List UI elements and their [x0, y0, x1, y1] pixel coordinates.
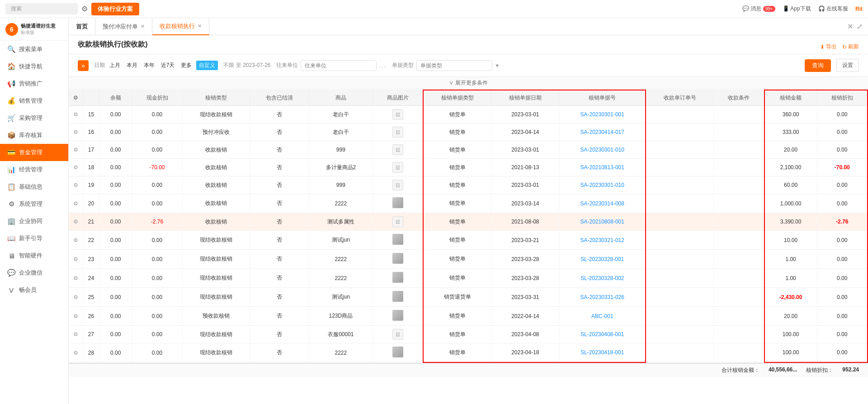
date-custom-button[interactable]: 自定义: [196, 61, 218, 70]
voucher-dropdown-icon[interactable]: ▼: [495, 63, 500, 68]
cell-no: 24: [83, 269, 99, 288]
cell-balance: 0.00: [99, 176, 132, 194]
sidebar-label: 系统管理: [19, 200, 42, 208]
page-title: 收款核销执行(按收款): [78, 40, 148, 49]
cell-write-off-type: 现结收款核销: [182, 250, 250, 269]
sidebar-item-wechat[interactable]: 💬 企业微信: [0, 264, 68, 281]
tab-home-label: 首页: [76, 23, 88, 31]
cell-no: 23: [83, 250, 99, 269]
cell-write-off-amount: 2,100.00: [764, 159, 817, 176]
sidebar-item-marketing[interactable]: 📢 营销推广: [0, 75, 68, 92]
cell-include-settled: 否: [250, 106, 309, 124]
cell-write-off-amount: 1.00: [764, 250, 817, 269]
cell-gear[interactable]: ⚙: [69, 124, 83, 141]
cell-balance: 0.00: [99, 231, 132, 250]
cell-write-off-discount: 0.00: [817, 141, 868, 159]
app-icon: 📱: [783, 5, 789, 12]
cell-gear[interactable]: ⚙: [69, 141, 83, 159]
cell-product: 测试多属性: [309, 213, 373, 231]
date-7days[interactable]: 近7天: [159, 61, 177, 70]
cell-bill-no: SA-20230321-012: [559, 231, 646, 250]
solution-button[interactable]: 体验行业方案: [91, 3, 139, 15]
sidebar-item-hardware[interactable]: 🖥 智能硬件: [0, 247, 68, 264]
cell-balance: 0.00: [99, 269, 132, 288]
sidebar-item-system[interactable]: ⚙ 系统管理: [0, 195, 68, 213]
cell-gear[interactable]: ⚙: [69, 231, 83, 250]
sidebar-item-finance[interactable]: 💳 资金管理: [0, 144, 68, 161]
tab-collection-label: 收款核销执行: [160, 22, 195, 30]
tab-close-all-icon[interactable]: ✕: [847, 22, 853, 31]
tab-collection-close[interactable]: ✕: [198, 23, 202, 29]
expand-more-bar[interactable]: ∨ 展开更多条件: [69, 77, 868, 90]
sidebar-item-sales[interactable]: 💰 销售管理: [0, 92, 68, 109]
page-header: 收款核销执行(按收款) ⬇ 导出 ↻ 刷新: [69, 35, 868, 54]
sidebar-item-member[interactable]: V 畅会员: [0, 281, 68, 299]
cell-gear[interactable]: ⚙: [69, 343, 83, 362]
col-gear[interactable]: ⚙: [69, 90, 83, 106]
business-icon: 📊: [7, 166, 15, 174]
sidebar-item-guide[interactable]: 📖 新手引导: [0, 230, 68, 247]
tab-prepay-close[interactable]: ✕: [141, 24, 145, 29]
cell-write-off-type: 收款核销: [182, 176, 250, 194]
cell-gear[interactable]: ⚙: [69, 213, 83, 231]
cell-receipt-condition: [714, 343, 764, 362]
cell-gear[interactable]: ⚙: [69, 288, 83, 307]
system-icon: ⚙: [7, 200, 15, 208]
cell-bill-no: SL-20230328-002: [559, 269, 646, 288]
filter-toggle-button[interactable]: »: [78, 60, 89, 71]
cell-receipt-order-no: [646, 343, 714, 362]
cell-gear[interactable]: ⚙: [69, 250, 83, 269]
tab-prepay[interactable]: 预付冲应付单 ✕: [95, 18, 152, 35]
cell-gear[interactable]: ⚙: [69, 106, 83, 124]
partner-input[interactable]: [301, 60, 377, 71]
cell-cash-discount: 0.00: [132, 106, 182, 124]
date-this-year[interactable]: 本年: [142, 61, 156, 70]
sidebar-item-corp[interactable]: 🏢 企业协同: [0, 213, 68, 230]
cell-bill-date: 2021-08-13: [491, 159, 559, 176]
tab-collection[interactable]: 收款核销执行 ✕: [152, 18, 209, 35]
cell-write-off-amount: 20.00: [764, 141, 817, 159]
refresh-button[interactable]: ↻ 刷新: [842, 43, 859, 51]
voucher-type-input[interactable]: [416, 60, 492, 71]
date-this-month[interactable]: 本月: [125, 61, 139, 70]
sidebar-label: 搜索菜单: [19, 45, 42, 53]
app-download-link[interactable]: 📱 App下载: [783, 5, 811, 13]
date-more[interactable]: 更多: [179, 61, 193, 70]
cell-balance: 0.00: [99, 213, 132, 231]
tab-home[interactable]: 首页: [69, 18, 95, 35]
cell-gear[interactable]: ⚙: [69, 194, 83, 213]
cell-write-off-discount: 0.00: [817, 106, 868, 124]
sidebar-item-business[interactable]: 📊 经营管理: [0, 161, 68, 178]
sidebar-item-inventory[interactable]: 📦 库存核算: [0, 127, 68, 144]
tab-expand-icon[interactable]: ⤢: [857, 22, 863, 31]
col-balance: 余额: [99, 90, 132, 106]
cell-gear[interactable]: ⚙: [69, 159, 83, 176]
query-button[interactable]: 查询: [805, 59, 831, 72]
tab-prepay-label: 预付冲应付单: [103, 23, 138, 31]
message-link[interactable]: 💬 消息 99+: [742, 5, 775, 13]
cell-gear[interactable]: ⚙: [69, 326, 83, 343]
cell-gear[interactable]: ⚙: [69, 269, 83, 288]
cell-write-off-discount: -2.76: [817, 213, 868, 231]
sidebar-item-quick[interactable]: 🏠 快捷导航: [0, 58, 68, 75]
page-header-actions: ⬇ 导出 ↻ 刷新: [820, 43, 859, 51]
cell-bill-type: 销货单: [423, 326, 491, 343]
cell-gear[interactable]: ⚙: [69, 176, 83, 194]
date-last-month[interactable]: 上月: [108, 61, 122, 70]
cell-no: 26: [83, 307, 99, 326]
service-link[interactable]: 🎧 在线客服: [818, 5, 848, 13]
cell-bill-no: SA-20230301-010: [559, 176, 646, 194]
cell-gear[interactable]: ⚙: [69, 307, 83, 326]
gear-icon[interactable]: ⚙: [81, 5, 88, 13]
date-filter-group: 日期 上月 本月 本年 近7天 更多 自定义: [94, 61, 218, 70]
sidebar-item-basic[interactable]: 📋 基础信息: [0, 178, 68, 195]
export-button[interactable]: ⬇ 导出: [820, 43, 837, 51]
table-row: ⚙ 15 0.00 0.00 现结收款核销 否 老白干 🖼 销货单 2023-0…: [69, 106, 868, 124]
cell-receipt-condition: [714, 213, 764, 231]
setting-button[interactable]: 设置: [836, 59, 859, 72]
search-placeholder[interactable]: 搜索: [5, 3, 78, 14]
cell-product-img: 🖼: [373, 326, 423, 343]
sidebar-item-search[interactable]: 🔍 搜索菜单: [0, 41, 68, 58]
cell-write-off-amount: 360.00: [764, 106, 817, 124]
sidebar-item-purchase[interactable]: 🛒 采购管理: [0, 109, 68, 127]
